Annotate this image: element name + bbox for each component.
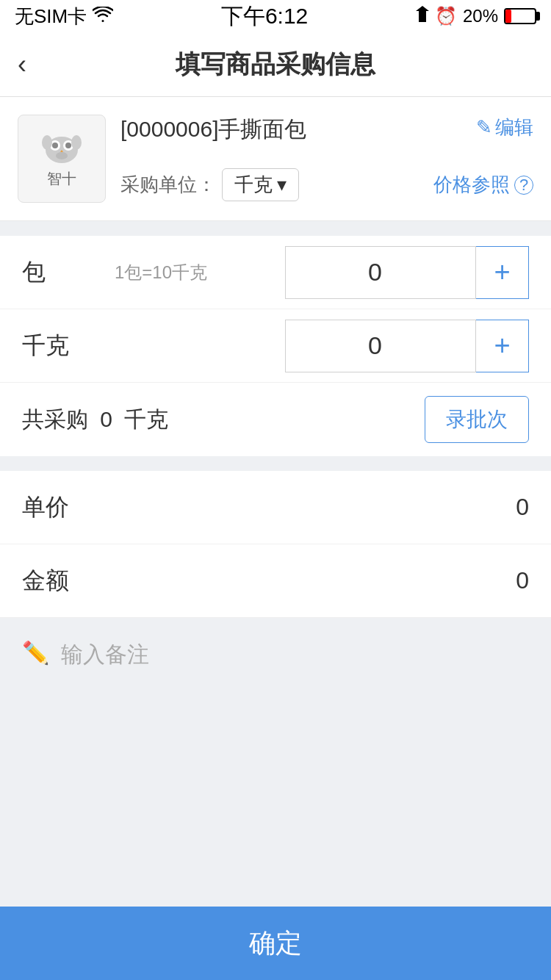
pack-field-group: + <box>285 246 529 299</box>
product-info: [0000006]手撕面包 ✎ 编辑 采购单位： 千克 ▾ 价格参照 ? <box>120 115 533 201</box>
kg-input-row: 千克 + <box>0 309 551 383</box>
price-section: 单价 0 金额 0 <box>0 471 551 618</box>
unit-select[interactable]: 千克 ▾ <box>222 168 299 201</box>
kg-plus-button[interactable]: + <box>476 320 529 372</box>
section-divider-1 <box>0 221 551 236</box>
brand-label: 智十 <box>47 169 76 189</box>
record-batch-button[interactable]: 录批次 <box>425 396 529 443</box>
kg-label: 千克 <box>22 330 110 362</box>
product-image: 智十 <box>18 115 106 203</box>
amount-value: 0 <box>516 567 529 594</box>
input-section: 包 1包=10千克 + 千克 + 共采购 0 千克 录批次 <box>0 236 551 456</box>
battery-percent: 20% <box>463 6 498 26</box>
pencil-icon: ✏️ <box>22 640 49 666</box>
pack-input-row: 包 1包=10千克 + <box>0 236 551 309</box>
pack-label: 包 <box>22 256 110 289</box>
amount-label: 金额 <box>22 565 69 597</box>
svg-point-8 <box>71 135 82 150</box>
kg-input[interactable] <box>285 320 476 372</box>
note-placeholder: 输入备注 <box>61 640 149 670</box>
pack-input[interactable] <box>285 246 476 299</box>
pack-plus-button[interactable]: + <box>476 246 529 299</box>
summary-text: 共采购 0 千克 <box>22 405 168 435</box>
product-name: [0000006]手撕面包 <box>120 115 306 145</box>
product-card: 智十 [0000006]手撕面包 ✎ 编辑 采购单位： 千克 ▾ <box>0 97 551 221</box>
unit-price-value: 0 <box>516 494 529 521</box>
help-icon: ? <box>514 176 533 195</box>
location-icon <box>416 6 429 26</box>
back-button[interactable]: ‹ <box>18 49 26 80</box>
edit-button[interactable]: ✎ 编辑 <box>476 115 533 140</box>
nav-bar: ‹ 填写商品采购信息 <box>0 32 551 97</box>
price-ref-button[interactable]: 价格参照 ? <box>433 172 533 198</box>
wifi-icon <box>93 5 113 28</box>
note-section[interactable]: ✏️ 输入备注 <box>0 618 551 728</box>
pack-sub-label: 1包=10千克 <box>115 261 232 284</box>
section-divider-2 <box>0 456 551 471</box>
confirm-label: 确定 <box>249 926 302 962</box>
unit-price-row: 单价 0 <box>0 471 551 544</box>
unit-price-label: 单价 <box>22 491 69 524</box>
confirm-button[interactable]: 确定 <box>0 907 551 980</box>
svg-point-3 <box>52 143 58 148</box>
svg-point-5 <box>56 152 68 159</box>
purchase-unit-row: 采购单位： 千克 ▾ <box>120 168 299 201</box>
carrier-label: 无SIM卡 <box>15 4 87 29</box>
svg-point-7 <box>42 135 52 150</box>
page-title: 填写商品采购信息 <box>176 48 375 82</box>
edit-icon: ✎ <box>476 116 492 139</box>
amount-row: 金额 0 <box>0 544 551 618</box>
chevron-down-icon: ▾ <box>277 173 287 196</box>
content-spacer <box>0 728 551 934</box>
svg-point-4 <box>65 143 71 148</box>
status-left: 无SIM卡 <box>15 4 113 29</box>
product-meta: 采购单位： 千克 ▾ 价格参照 ? <box>120 168 533 201</box>
purchase-unit-label: 采购单位： <box>120 172 216 198</box>
alarm-icon: ⏰ <box>435 6 457 26</box>
product-logo-icon <box>40 129 84 166</box>
kg-field-group: + <box>285 320 529 372</box>
status-time: 下午6:12 <box>221 1 308 32</box>
battery-icon <box>504 8 536 24</box>
status-right: ⏰ 20% <box>416 6 536 26</box>
status-bar: 无SIM卡 下午6:12 ⏰ 20% <box>0 0 551 32</box>
summary-row: 共采购 0 千克 录批次 <box>0 383 551 456</box>
